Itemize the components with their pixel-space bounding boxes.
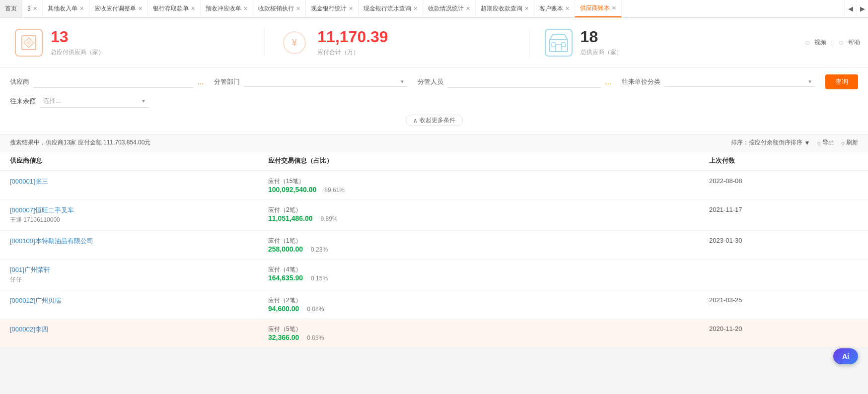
close-other-income[interactable]: ✕ [79, 5, 84, 12]
export-label: 导出 [822, 138, 834, 147]
tx-amount-2[interactable]: 11,051,486.00 [268, 214, 313, 222]
nav-bank-deposit[interactable]: 银行存取款单 ✕ [148, 0, 201, 17]
tx-percent-5: 0.08% [307, 306, 324, 313]
category-label: 往来单位分类 [622, 77, 660, 86]
supplier-input[interactable] [33, 76, 193, 88]
nav-other-income[interactable]: 其他收入单 ✕ [43, 0, 89, 17]
dept-select[interactable]: ▼ [244, 77, 408, 87]
close-supplier-ledger[interactable]: ✕ [612, 5, 616, 11]
last-pay-cell-5: 2021-03-25 [709, 296, 858, 304]
col-tx-info: 应付交易信息（占比） [268, 156, 709, 165]
person-label: 分管人员 [418, 77, 443, 86]
close-receipt-stat[interactable]: ✕ [466, 5, 470, 12]
dept-chevron-down-icon: ▼ [400, 79, 405, 84]
tx-percent-6: 0.03% [307, 334, 324, 341]
supplier-link-1[interactable]: [000001]张三 [10, 178, 48, 185]
tx-amount-3[interactable]: 258,000.00 [268, 245, 303, 253]
tx-row-4: 164,635.90 0.15% [268, 274, 709, 282]
last-pay-cell-1: 2022-08-08 [709, 177, 858, 185]
export-button[interactable]: ○ 导出 [817, 138, 834, 147]
video-link[interactable]: 视频 [814, 38, 826, 47]
nav-customer-ledger[interactable]: 客户账本 ✕ [534, 0, 575, 17]
nav-tab3[interactable]: 3 ✕ [22, 0, 43, 17]
tx-amount-1[interactable]: 100,092,540.00 [268, 186, 316, 194]
nav-cash-bank-flow[interactable]: 现金银行流水查询 ✕ [359, 0, 423, 17]
help-icon: ⊙ [839, 39, 844, 46]
refresh-button[interactable]: ○ 刷新 [841, 138, 858, 147]
close-ar-ap-adjust[interactable]: ✕ [138, 5, 143, 12]
tx-row-6: 32,366.00 0.03% [268, 333, 709, 341]
close-receipt-verify[interactable]: ✕ [296, 5, 300, 12]
dept-label: 分管部门 [214, 77, 240, 86]
person-ellipsis[interactable]: ... [605, 77, 611, 86]
close-customer-ledger[interactable]: ✕ [565, 5, 570, 12]
nav-cash-bank-stat[interactable]: 现金银行统计 ✕ [306, 0, 359, 17]
nav-receipt-stat[interactable]: 收款情况统计 ✕ [423, 0, 476, 17]
svg-rect-5 [550, 40, 568, 52]
tx-cell-4: 应付（4笔） 164,635.90 0.15% [268, 265, 709, 282]
table-row: [000100]本特勒油品有限公司 应付（1笔） 258,000.00 0.23… [0, 231, 868, 260]
tx-cell-3: 应付（1笔） 258,000.00 0.23% [268, 237, 709, 253]
tx-row-1: 100,092,540.00 89.61% [268, 186, 709, 194]
col-last-pay: 上次付数 [709, 156, 858, 165]
supplier-sub-2: 王通 17106110000 [10, 216, 268, 224]
nav-prepay-ar[interactable]: 预收冲应收单 ✕ [201, 0, 253, 17]
help-link[interactable]: 帮助 [848, 38, 860, 47]
query-button[interactable]: 查询 [825, 74, 858, 89]
nav-receipt-verify[interactable]: 收款核销执行 ✕ [253, 0, 306, 17]
export-icon: ○ [817, 139, 821, 146]
suppliers-number: 13 [51, 28, 104, 46]
supplier-link-6[interactable]: [000002]李四 [10, 326, 48, 333]
tx-label-3: 应付（1笔） [268, 237, 301, 244]
tx-label-6: 应付（5笔） [268, 326, 301, 332]
close-cash-bank-stat[interactable]: ✕ [349, 5, 353, 12]
category-select[interactable]: ▼ [664, 77, 816, 87]
person-input[interactable] [447, 76, 601, 88]
nav-left-arrow[interactable]: ◀ [844, 0, 856, 18]
summary-card-total-text: 11,170.39 应付合计（万） [317, 28, 388, 56]
tx-percent-3: 0.23% [311, 246, 328, 253]
close-tab3[interactable]: ✕ [33, 5, 37, 12]
supplier-link-5[interactable]: [000012]广州贝瑞 [10, 297, 61, 304]
collapse-section: ∧ 收起更多条件 [10, 113, 858, 130]
nav-supplier-ledger[interactable]: 供应商账本 ✕ [575, 0, 622, 17]
supplier-cell-1: [000001]张三 [10, 177, 268, 186]
tx-percent-4: 0.15% [311, 275, 328, 282]
supplier-ellipsis[interactable]: ... [197, 77, 204, 86]
close-prepay-ar[interactable]: ✕ [243, 5, 248, 12]
tx-label-5: 应付（2笔） [268, 297, 301, 304]
last-pay-5: 2021-03-25 [709, 296, 742, 304]
all-suppliers-number: 18 [580, 28, 622, 46]
tx-label-4: 应付（4笔） [268, 266, 301, 273]
tx-percent-1: 89.61% [324, 187, 345, 194]
svg-rect-7 [552, 43, 556, 47]
nav-home[interactable]: 首页 [0, 0, 22, 17]
sort-button[interactable]: 排序：按应付余额倒序排序 ▼ [731, 138, 810, 147]
close-bank-deposit[interactable]: ✕ [191, 5, 195, 12]
collapse-btn[interactable]: ∧ 收起更多条件 [406, 115, 463, 126]
nav-ar-ap-adjust[interactable]: 应收应付调整单 ✕ [89, 0, 148, 17]
filter-dept: 分管部门 ▼ [214, 77, 408, 87]
summary-card-suppliers-text: 13 总应付供应商（家） [51, 28, 104, 56]
filter-row-2: 往来余额 选择... ▼ [10, 94, 149, 108]
tx-label-1: 应付（15笔） [268, 178, 304, 185]
video-icon: ⊙ [805, 39, 810, 46]
supplier-link-2[interactable]: [000007]恒旺二手叉车 [10, 206, 74, 214]
tx-amount-4[interactable]: 164,635.90 [268, 274, 303, 282]
tx-amount-6[interactable]: 32,366.00 [268, 333, 299, 341]
results-bar: 搜索结果中，供应商13家 应付金额 111,703,854.00元 排序：按应付… [0, 134, 868, 151]
nav-overdue-ar[interactable]: 超期应收款查询 ✕ [476, 0, 534, 17]
balance-placeholder: 选择... [43, 96, 141, 105]
close-cash-bank-flow[interactable]: ✕ [413, 5, 418, 12]
balance-select[interactable]: 选择... ▼ [40, 94, 149, 108]
total-number: 11,170.39 [317, 28, 388, 46]
nav-right-arrow[interactable]: ▶ [856, 0, 868, 18]
supplier-link-3[interactable]: [000100]本特勒油品有限公司 [10, 237, 93, 245]
top-navigation: 首页 3 ✕ 其他收入单 ✕ 应收应付调整单 ✕ 银行存取款单 ✕ 预收冲应收单… [0, 0, 868, 18]
tx-percent-2: 9.89% [321, 215, 338, 222]
tx-amount-5[interactable]: 94,600.00 [268, 305, 299, 313]
close-overdue-ar[interactable]: ✕ [524, 5, 529, 12]
results-summary: 搜索结果中，供应商13家 应付金额 111,703,854.00元 [10, 138, 150, 147]
table-row: [001]广州荣轩 仔仔 应付（4笔） 164,635.90 0.15% [0, 260, 868, 290]
supplier-link-4[interactable]: [001]广州荣轩 [10, 266, 50, 273]
